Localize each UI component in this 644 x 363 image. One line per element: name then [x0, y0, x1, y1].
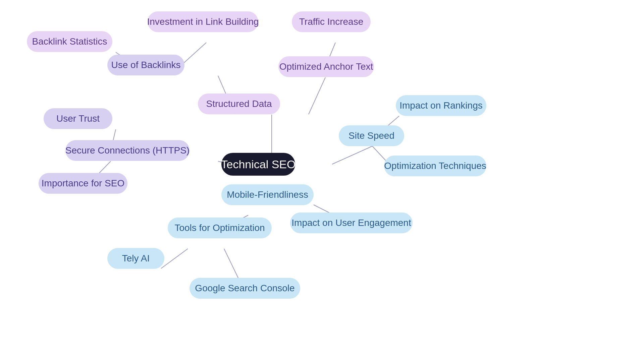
structured-data-label: Structured Data [206, 99, 272, 109]
structured-data-node: Structured Data [198, 94, 280, 114]
svg-line-15 [161, 249, 188, 268]
google-search-console-label: Google Search Console [195, 283, 294, 294]
optimization-techniques-label: Optimization Techniques [384, 161, 486, 171]
site-speed-node: Site Speed [339, 125, 404, 146]
use-of-backlinks-label: Use of Backlinks [111, 60, 181, 70]
impact-user-engagement-label: Impact on User Engagement [291, 218, 411, 228]
user-trust-node: User Trust [44, 108, 112, 129]
svg-line-1 [332, 146, 372, 164]
importance-for-seo-label: Importance for SEO [42, 178, 124, 189]
user-trust-label: User Trust [56, 113, 100, 124]
tely-ai-node: Tely AI [107, 248, 164, 269]
impact-on-rankings-node: Impact on Rankings [396, 95, 486, 116]
traffic-increase-node: Traffic Increase [292, 11, 371, 32]
optimization-techniques-node: Optimization Techniques [384, 156, 486, 176]
mobile-friendliness-label: Mobile-Friendliness [227, 189, 308, 200]
tools-for-optimization-label: Tools for Optimization [174, 223, 265, 233]
backlink-statistics-label: Backlink Statistics [32, 36, 107, 47]
secure-connections-node: Secure Connections (HTTPS) [65, 140, 190, 161]
optimized-anchor-text-label: Optimized Anchor Text [279, 61, 373, 72]
tely-ai-label: Tely AI [122, 253, 150, 264]
traffic-increase-label: Traffic Increase [299, 16, 363, 27]
site-speed-label: Site Speed [348, 130, 394, 141]
optimized-anchor-text-node: Optimized Anchor Text [278, 56, 374, 77]
investment-link-building-node: Investment in Link Building [148, 11, 258, 32]
use-of-backlinks-node: Use of Backlinks [107, 55, 184, 75]
secure-connections-label: Secure Connections (HTTPS) [65, 145, 190, 156]
center-node: Technical SEO [221, 153, 295, 176]
svg-line-6 [181, 43, 206, 65]
impact-user-engagement-node: Impact on User Engagement [290, 213, 413, 233]
tools-for-optimization-node: Tools for Optimization [168, 218, 272, 238]
backlink-statistics-node: Backlink Statistics [27, 31, 112, 52]
investment-link-building-label: Investment in Link Building [147, 16, 259, 27]
impact-on-rankings-label: Impact on Rankings [399, 100, 482, 111]
svg-line-5 [309, 77, 325, 114]
center-label: Technical SEO [221, 158, 296, 171]
google-search-console-node: Google Search Console [190, 278, 300, 299]
importance-for-seo-node: Importance for SEO [39, 173, 127, 194]
mobile-friendliness-node: Mobile-Friendliness [221, 184, 314, 205]
